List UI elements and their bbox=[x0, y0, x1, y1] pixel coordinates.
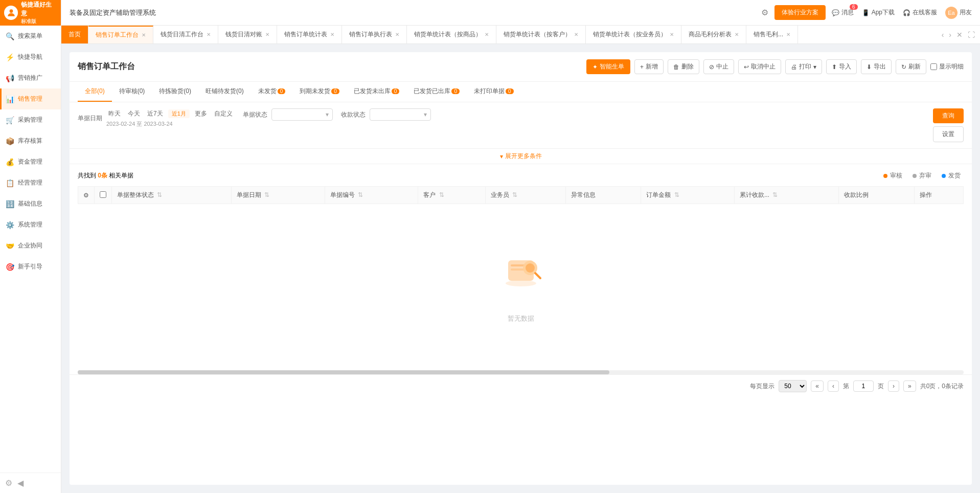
audit-action-btn[interactable]: 审核 bbox=[880, 170, 905, 181]
tab-item-10[interactable]: 销售毛利...✕ bbox=[746, 26, 798, 43]
th-settings[interactable]: ⚙ bbox=[78, 187, 95, 204]
import-btn[interactable]: ⬆ 导入 bbox=[826, 59, 857, 74]
sub-tab-2[interactable]: 待拣验货(0) bbox=[152, 82, 198, 102]
cancel-audit-dot bbox=[913, 174, 917, 178]
tab-close-6[interactable]: ✕ bbox=[485, 32, 489, 37]
tab-close-all-btn[interactable]: ✕ bbox=[954, 30, 965, 40]
th-date[interactable]: 单据日期 ⇅ bbox=[232, 187, 325, 204]
tab-item-8[interactable]: 销货单统计表（按业务员）✕ bbox=[586, 26, 681, 43]
shortcut-custom[interactable]: 自定义 bbox=[212, 108, 235, 119]
settings-query-btn[interactable]: 设置 bbox=[933, 126, 964, 142]
page-input[interactable] bbox=[853, 380, 874, 392]
user-menu[interactable]: Ea 用友 bbox=[945, 7, 972, 19]
tab-label-10: 销售毛利... bbox=[754, 30, 783, 39]
sidebar-item-营销推广[interactable]: 📢营销推广 bbox=[0, 68, 61, 88]
sidebar-item-库存核算[interactable]: 📦库存核算 bbox=[0, 130, 61, 151]
delete-btn[interactable]: 🗑 删除 bbox=[668, 59, 699, 74]
sidebar-item-基础信息[interactable]: 🔢基础信息 bbox=[0, 193, 61, 214]
th-salesman[interactable]: 业务员 ⇅ bbox=[485, 187, 565, 204]
tab-item-1[interactable]: 销售订单工作台✕ bbox=[88, 26, 153, 43]
sidebar-item-资金管理[interactable]: 💰资金管理 bbox=[0, 151, 61, 172]
ai-btn[interactable]: ✦ 智能生单 bbox=[586, 59, 630, 74]
tab-close-2[interactable]: ✕ bbox=[207, 32, 211, 37]
sidebar-item-采购管理[interactable]: 🛒采购管理 bbox=[0, 109, 61, 130]
prev-page-btn[interactable]: ‹ bbox=[828, 380, 839, 392]
tab-maximize-btn[interactable]: ⛶ bbox=[966, 30, 977, 40]
date-filter-label: 单据日期 bbox=[78, 114, 102, 123]
th-amount[interactable]: 订单金额 ⇅ bbox=[641, 187, 735, 204]
status-select[interactable] bbox=[271, 108, 333, 121]
experience-btn[interactable]: 体验行业方案 bbox=[774, 5, 826, 20]
sub-tab-3[interactable]: 旺铺待发货(0) bbox=[198, 82, 251, 102]
sub-tab-7[interactable]: 已发货已出库0 bbox=[406, 82, 467, 102]
tab-item-4[interactable]: 销售订单统计表✕ bbox=[277, 26, 342, 43]
tab-close-1[interactable]: ✕ bbox=[142, 32, 146, 38]
online-service-link[interactable]: 🎧 在线客服 bbox=[903, 8, 937, 17]
sidebar-item-企业协同[interactable]: 🤝企业协同 bbox=[0, 235, 61, 256]
collapse-icon[interactable]: ◀ bbox=[17, 478, 24, 488]
export-btn[interactable]: ⬇ 导出 bbox=[861, 59, 892, 74]
tab-item-5[interactable]: 销售订单执行表✕ bbox=[342, 26, 407, 43]
refresh-btn[interactable]: ↻ 刷新 bbox=[896, 59, 926, 74]
horizontal-scrollbar[interactable] bbox=[78, 370, 964, 374]
sidebar-item-新手引导[interactable]: 🎯新手引导 bbox=[0, 256, 61, 277]
next-page-btn[interactable]: › bbox=[888, 380, 899, 392]
scrollbar-thumb[interactable] bbox=[78, 370, 609, 374]
th-customer[interactable]: 客户 ⇅ bbox=[418, 187, 485, 204]
show-detail-checkbox[interactable]: 显示明细 bbox=[930, 62, 964, 71]
select-all-checkbox[interactable] bbox=[100, 191, 106, 198]
tab-item-3[interactable]: 钱货日清对账✕ bbox=[218, 26, 277, 43]
tab-close-7[interactable]: ✕ bbox=[574, 32, 578, 37]
sidebar-item-搜索菜单[interactable]: 🔍搜索菜单 bbox=[0, 26, 61, 47]
expand-filter-btn[interactable]: ▾ 展开更多条件 bbox=[500, 152, 542, 161]
sidebar-item-经营管理[interactable]: 📋经营管理 bbox=[0, 172, 61, 193]
stop-btn[interactable]: ⊘ 中止 bbox=[703, 59, 734, 74]
query-btn[interactable]: 查询 bbox=[933, 108, 964, 123]
sub-tab-5[interactable]: 到期未发货0 bbox=[292, 82, 347, 102]
topbar-settings-icon[interactable]: ⚙ bbox=[761, 8, 768, 17]
message-btn[interactable]: 💬 消息 6 bbox=[832, 8, 854, 17]
sidebar-item-系统管理[interactable]: ⚙️系统管理 bbox=[0, 214, 61, 235]
tab-item-7[interactable]: 销货单统计表（按客户）✕ bbox=[496, 26, 586, 43]
last-page-btn[interactable]: » bbox=[903, 380, 916, 392]
tab-close-8[interactable]: ✕ bbox=[670, 32, 674, 37]
tab-next-btn[interactable]: › bbox=[947, 30, 953, 40]
shortcut-yesterday[interactable]: 昨天 bbox=[106, 108, 123, 119]
sidebar-item-销售管理[interactable]: 📊销售管理 bbox=[0, 88, 61, 109]
tab-label-0: 首页 bbox=[69, 30, 81, 39]
first-page-btn[interactable]: « bbox=[811, 380, 824, 392]
th-number[interactable]: 单据编号 ⇅ bbox=[325, 187, 418, 204]
sub-tab-4[interactable]: 未发货0 bbox=[251, 82, 293, 102]
per-page-select[interactable]: 50 100 200 bbox=[779, 380, 807, 392]
tab-close-9[interactable]: ✕ bbox=[735, 32, 739, 37]
tab-close-4[interactable]: ✕ bbox=[330, 32, 334, 37]
tab-close-5[interactable]: ✕ bbox=[395, 32, 399, 37]
settings-icon[interactable]: ⚙ bbox=[5, 478, 12, 488]
tab-item-6[interactable]: 销货单统计表（按商品）✕ bbox=[407, 26, 496, 43]
sidebar-item-快捷导航[interactable]: ⚡快捷导航 bbox=[0, 47, 61, 68]
tab-prev-btn[interactable]: ‹ bbox=[940, 30, 946, 40]
shortcut-7days[interactable]: 近7天 bbox=[145, 108, 165, 119]
tab-close-3[interactable]: ✕ bbox=[265, 32, 269, 37]
app-download-link[interactable]: 📱 App下载 bbox=[862, 8, 895, 17]
shortcut-today[interactable]: 今天 bbox=[126, 108, 142, 119]
sub-tab-8[interactable]: 未打印单据0 bbox=[467, 82, 521, 102]
deliver-action-btn[interactable]: 发货 bbox=[939, 170, 964, 181]
th-cumulative[interactable]: 累计收款... ⇅ bbox=[734, 187, 838, 204]
sub-tab-6[interactable]: 已发货未出库0 bbox=[347, 82, 407, 102]
sub-tab-1[interactable]: 待审核(0) bbox=[112, 82, 152, 102]
sub-tab-0[interactable]: 全部(0) bbox=[78, 82, 112, 102]
add-btn[interactable]: + 新增 bbox=[634, 59, 664, 74]
tab-item-9[interactable]: 商品毛利分析表✕ bbox=[681, 26, 746, 43]
show-detail-input[interactable] bbox=[930, 63, 937, 70]
shortcut-1month[interactable]: 近1月 bbox=[168, 109, 190, 118]
th-checkbox[interactable] bbox=[95, 187, 112, 204]
tab-close-10[interactable]: ✕ bbox=[786, 32, 790, 37]
tab-item-2[interactable]: 钱货日清工作台✕ bbox=[153, 26, 218, 43]
cancel-audit-action-btn[interactable]: 弃审 bbox=[909, 170, 935, 181]
cancel-stop-btn[interactable]: ↩ 取消中止 bbox=[738, 59, 781, 74]
print-btn[interactable]: 🖨 打印 ▾ bbox=[785, 59, 822, 74]
payment-select[interactable] bbox=[370, 108, 431, 121]
tab-item-0[interactable]: 首页 bbox=[61, 26, 88, 43]
shortcut-more[interactable]: 更多 bbox=[193, 108, 209, 119]
